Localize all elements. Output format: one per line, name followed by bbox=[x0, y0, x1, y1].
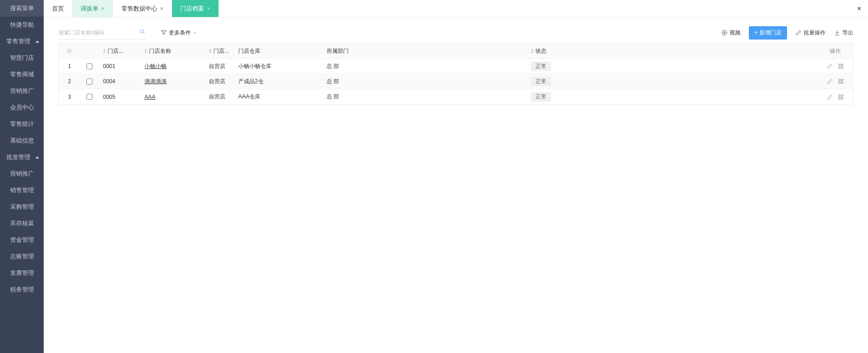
sidebar-item-tax[interactable]: 税务管理 bbox=[0, 281, 44, 298]
sidebar-item-label: 库存核算 bbox=[10, 219, 34, 228]
export-icon bbox=[834, 29, 840, 36]
svg-point-2 bbox=[69, 50, 70, 52]
search-input[interactable] bbox=[58, 29, 139, 36]
tab-store-archive[interactable]: 门店档案 × bbox=[172, 0, 219, 17]
row-department: 总 部 bbox=[322, 63, 526, 70]
more-icon[interactable] bbox=[838, 63, 844, 69]
table-row[interactable]: 10001小畅小畅自营店小畅小畅仓库总 部正常 bbox=[59, 59, 853, 74]
tab-home[interactable]: 首页 bbox=[44, 0, 72, 17]
svg-rect-8 bbox=[841, 79, 843, 81]
sort-icon bbox=[531, 49, 534, 53]
store-name-link[interactable]: 小畅小畅 bbox=[144, 63, 167, 70]
svg-rect-5 bbox=[839, 67, 840, 68]
tab-label: 首页 bbox=[52, 5, 64, 13]
row-code: 0005 bbox=[98, 94, 140, 100]
col-warehouse[interactable]: 门店仓库 bbox=[234, 47, 322, 55]
close-icon: × bbox=[857, 5, 861, 13]
sidebar-item-inventory[interactable]: 库存核算 bbox=[0, 215, 44, 232]
sidebar-item-retailmall[interactable]: 零售商城 bbox=[0, 66, 44, 83]
table-body: 10001小畅小畅自营店小畅小畅仓库总 部正常20004滴滴滴滴自营店产成品2仓… bbox=[59, 59, 853, 104]
row-checkbox[interactable] bbox=[86, 94, 92, 100]
svg-rect-12 bbox=[841, 95, 843, 97]
row-status: 正常 bbox=[526, 77, 818, 86]
sidebar-item-label: 总账管理 bbox=[10, 252, 34, 261]
row-warehouse: AAA仓库 bbox=[234, 93, 322, 101]
export-button[interactable]: 导出 bbox=[834, 29, 853, 37]
more-icon[interactable] bbox=[838, 94, 844, 100]
col-warehouse-label: 门店仓库 bbox=[238, 47, 260, 55]
tab-allocation[interactable]: 调拨单 × bbox=[72, 0, 113, 17]
store-name-link[interactable]: AAA bbox=[144, 94, 155, 100]
row-type: 自营店 bbox=[204, 78, 234, 85]
sidebar-item-label: 营销推广 bbox=[10, 170, 34, 178]
more-icon[interactable] bbox=[838, 78, 844, 85]
sidebar-item-basicinfo[interactable]: 基础信息 bbox=[0, 132, 44, 149]
row-checkbox-cell bbox=[80, 94, 98, 100]
sidebar-item-label: 发票管理 bbox=[10, 269, 34, 277]
sidebar-item-label: 资金管理 bbox=[10, 236, 34, 244]
close-icon[interactable]: × bbox=[207, 6, 210, 12]
sidebar-item-marketing[interactable]: 营销推广 bbox=[0, 83, 44, 99]
row-name: 小畅小畅 bbox=[140, 63, 204, 70]
row-checkbox-cell bbox=[80, 79, 98, 85]
batch-ops-button[interactable]: 批量操作 bbox=[795, 29, 826, 37]
edit-icon[interactable] bbox=[827, 94, 833, 100]
svg-rect-14 bbox=[841, 97, 843, 99]
col-name[interactable]: 门店名称 bbox=[140, 47, 204, 55]
sidebar-item-label: 零售统计 bbox=[10, 120, 34, 128]
store-name-link[interactable]: 滴滴滴滴 bbox=[144, 78, 167, 85]
row-checkbox[interactable] bbox=[86, 63, 92, 69]
plus-icon: + bbox=[754, 29, 758, 36]
sidebar-item-purchasing[interactable]: 采购管理 bbox=[0, 199, 44, 215]
table-row[interactable]: 30005AAA自营店AAA仓库总 部正常 bbox=[59, 89, 853, 104]
col-name-label: 门店名称 bbox=[149, 47, 171, 55]
video-label: 视频 bbox=[730, 29, 741, 37]
search-icon[interactable] bbox=[139, 28, 146, 36]
tabbar: 首页 调拨单 × 零售数据中心 × 门店档案 × bbox=[44, 0, 868, 17]
edit-icon[interactable] bbox=[827, 63, 833, 69]
row-type: 自营店 bbox=[204, 63, 234, 70]
sidebar-item-salesmgmt[interactable]: 销售管理 bbox=[0, 182, 44, 199]
row-ops bbox=[818, 63, 853, 69]
sidebar-quicknav[interactable]: 快捷导航 bbox=[0, 17, 44, 33]
sidebar-search[interactable]: 搜索菜单 bbox=[0, 0, 44, 17]
video-link[interactable]: 视频 bbox=[721, 29, 741, 37]
col-status[interactable]: 状态 bbox=[526, 47, 818, 55]
col-department[interactable]: 所属部门 bbox=[322, 47, 526, 55]
sidebar-item-retailstats[interactable]: 零售统计 bbox=[0, 116, 44, 132]
tab-retail-data-center[interactable]: 零售数据中心 × bbox=[113, 0, 172, 17]
sidebar-item-invoice[interactable]: 发票管理 bbox=[0, 265, 44, 281]
row-checkbox[interactable] bbox=[86, 79, 92, 85]
row-department: 总 部 bbox=[322, 93, 526, 101]
sidebar-item-membership[interactable]: 会员中心 bbox=[0, 99, 44, 116]
new-store-button[interactable]: + 新增门店 bbox=[749, 26, 787, 40]
close-icon[interactable]: × bbox=[101, 6, 104, 12]
sidebar-group-retail[interactable]: 零售管理 bbox=[0, 33, 44, 50]
table-header: 门店... 门店名称 门店... 门店仓库 所属部门 状态 操作 bbox=[59, 44, 853, 59]
app-close-button[interactable]: × bbox=[851, 0, 868, 17]
row-status: 正常 bbox=[526, 92, 818, 102]
row-index: 2 bbox=[59, 78, 80, 85]
more-conditions[interactable]: 更多条件 bbox=[161, 29, 197, 37]
sidebar-item-funds[interactable]: 资金管理 bbox=[0, 232, 44, 248]
row-code: 0004 bbox=[98, 78, 140, 85]
sidebar-item-label: 会员中心 bbox=[10, 103, 34, 112]
search-box bbox=[58, 26, 146, 40]
sidebar-item-marketing-2[interactable]: 营销推广 bbox=[0, 165, 44, 182]
sidebar-item-smartstore[interactable]: 智慧门店 bbox=[0, 50, 44, 66]
sidebar-item-label: 基础信息 bbox=[10, 137, 34, 145]
col-type[interactable]: 门店... bbox=[204, 47, 234, 55]
sidebar-group-wholesale[interactable]: 批发管理 bbox=[0, 149, 44, 165]
sidebar-search-label: 搜索菜单 bbox=[10, 4, 34, 12]
gear-icon bbox=[66, 48, 73, 54]
edit-icon[interactable] bbox=[827, 78, 833, 85]
play-icon bbox=[721, 29, 728, 36]
sidebar-item-ledger[interactable]: 总账管理 bbox=[0, 248, 44, 265]
close-icon[interactable]: × bbox=[160, 6, 163, 12]
col-code[interactable]: 门店... bbox=[98, 47, 140, 55]
caret-up-icon bbox=[35, 156, 39, 159]
sort-icon bbox=[209, 49, 212, 53]
settings-column-header[interactable] bbox=[59, 48, 80, 54]
svg-point-1 bbox=[722, 30, 727, 35]
table-row[interactable]: 20004滴滴滴滴自营店产成品2仓总 部正常 bbox=[59, 74, 853, 89]
